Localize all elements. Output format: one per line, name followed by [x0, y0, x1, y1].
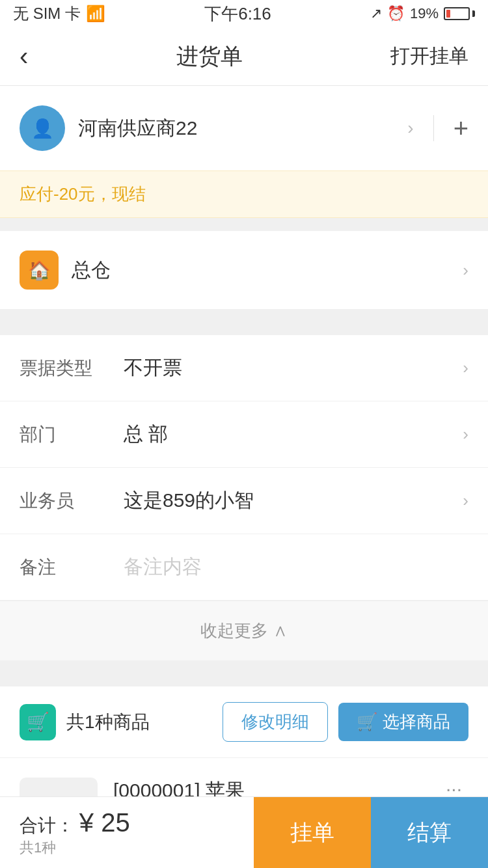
total-count: 共1种 — [20, 838, 234, 858]
collapse-label: 收起更多 ∧ — [200, 621, 287, 640]
warehouse-icon-bg: 🏠 — [20, 251, 59, 290]
modify-detail-button[interactable]: 修改明细 — [223, 702, 328, 742]
department-row[interactable]: 部门 总 部 › — [0, 401, 488, 468]
products-icon-bg: 🛒 — [20, 704, 56, 740]
supplier-card: 👤 河南供应商22 › + 应付-20元，现结 — [0, 86, 488, 218]
department-value: 总 部 — [124, 421, 463, 448]
supplier-chevron-icon: › — [407, 118, 413, 139]
supplier-name: 河南供应商22 — [78, 115, 407, 142]
wifi-icon: 📶 — [86, 5, 105, 23]
department-label: 部门 — [20, 422, 124, 447]
status-right: ↗ ⏰ 19% — [370, 5, 475, 22]
total-area: 合计： ¥ 25 共1种 — [0, 797, 254, 868]
avatar-icon: 👤 — [31, 118, 54, 139]
products-count: 共1种商品 — [66, 710, 223, 735]
checkout-button[interactable]: 结算 — [371, 797, 488, 868]
page-title: 进货单 — [176, 42, 243, 72]
battery-indicator — [444, 7, 475, 20]
section-gap-2 — [0, 322, 488, 335]
supplier-right-area: › + — [407, 114, 468, 143]
cart-icon: 🛒 — [357, 712, 377, 732]
warehouse-icon: 🏠 — [28, 260, 51, 281]
content-area: 👤 河南供应商22 › + 应付-20元，现结 🏠 总仓 › 票据类型 — [0, 86, 488, 868]
open-hang-button[interactable]: 打开挂单 — [390, 43, 468, 70]
invoice-value: 不开票 — [124, 355, 463, 381]
notice-bar: 应付-20元，现结 — [0, 170, 488, 218]
warehouse-chevron-icon: › — [463, 260, 468, 280]
remark-placeholder: 备注内容 — [124, 554, 468, 580]
status-bar: 无 SIM 卡 📶 下午6:16 ↗ ⏰ 19% — [0, 0, 488, 27]
total-amount: ¥ 25 — [79, 808, 130, 837]
invoice-row[interactable]: 票据类型 不开票 › — [0, 335, 488, 401]
salesman-label: 业务员 — [20, 489, 124, 513]
products-header: 🛒 共1种商品 修改明细 🛒 选择商品 — [0, 686, 488, 758]
select-product-button[interactable]: 🛒 选择商品 — [338, 703, 468, 741]
salesman-chevron-icon: › — [463, 491, 468, 511]
remark-row[interactable]: 备注 备注内容 — [0, 534, 488, 601]
status-left: 无 SIM 卡 📶 — [13, 3, 105, 24]
battery-percent: 19% — [410, 5, 439, 22]
status-time: 下午6:16 — [204, 3, 271, 25]
select-product-label: 选择商品 — [383, 711, 450, 733]
alarm-icon: ⏰ — [387, 5, 405, 22]
department-chevron-icon: › — [463, 424, 468, 444]
section-gap-3 — [0, 673, 488, 686]
warehouse-name: 总仓 — [72, 257, 463, 284]
notice-text: 应付-20元，现结 — [20, 184, 146, 204]
invoice-label: 票据类型 — [20, 356, 124, 381]
sim-status: 无 SIM 卡 — [13, 3, 81, 24]
bottom-bar: 合计： ¥ 25 共1种 挂单 结算 — [0, 796, 488, 868]
section-gap-1 — [0, 218, 488, 231]
nav-bar: ‹ 进货单 打开挂单 — [0, 27, 488, 86]
supplier-row[interactable]: 👤 河南供应商22 › + — [0, 86, 488, 170]
total-row: 合计： ¥ 25 — [20, 808, 234, 838]
warehouse-card: 🏠 总仓 › — [0, 231, 488, 309]
hang-button[interactable]: 挂单 — [254, 797, 371, 868]
salesman-row[interactable]: 业务员 这是859的小智 › — [0, 468, 488, 534]
salesman-value: 这是859的小智 — [124, 487, 463, 514]
warehouse-row[interactable]: 🏠 总仓 › — [0, 231, 488, 309]
form-card: 票据类型 不开票 › 部门 总 部 › 业务员 这是859的小智 › 备注 备注… — [0, 335, 488, 660]
collapse-bar[interactable]: 收起更多 ∧ — [0, 601, 488, 660]
remark-label: 备注 — [20, 555, 124, 580]
vertical-divider — [433, 115, 434, 141]
total-label: 合计： — [20, 815, 74, 835]
products-icon: 🛒 — [27, 711, 49, 733]
location-icon: ↗ — [370, 5, 382, 22]
supplier-avatar: 👤 — [20, 105, 65, 151]
add-button[interactable]: + — [454, 114, 468, 143]
invoice-chevron-icon: › — [463, 358, 468, 378]
back-button[interactable]: ‹ — [20, 42, 28, 71]
